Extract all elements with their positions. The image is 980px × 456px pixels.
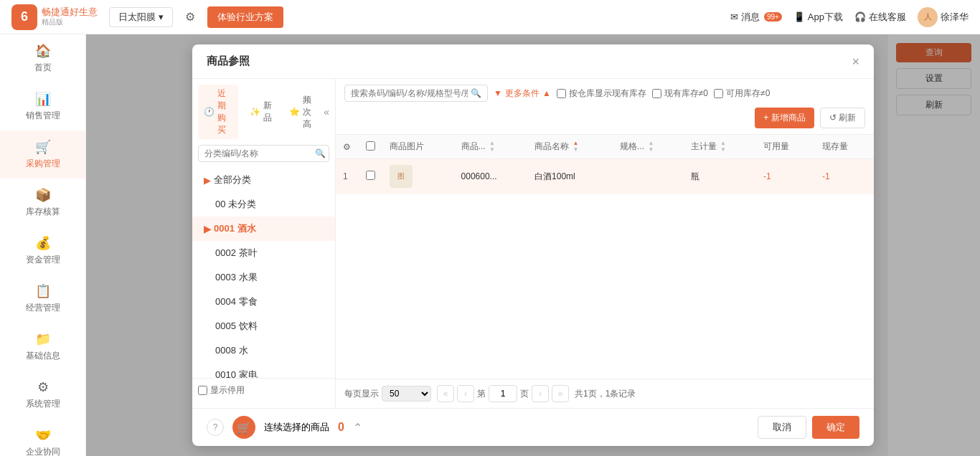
col-settings[interactable]: ⚙ — [336, 135, 359, 159]
by-warehouse-checkbox[interactable] — [557, 89, 566, 98]
purchase-icon: 🛒 — [35, 139, 51, 155]
sidebar-label-enterprise: 企业协同 — [26, 446, 60, 456]
last-page-button[interactable]: » — [552, 385, 569, 402]
cart-button[interactable]: 🛒 — [232, 416, 255, 439]
left-panel: 🕐 近期购买 ✨ 新品 ⭐ 频次高 « — [192, 79, 336, 408]
cancel-button[interactable]: 取消 — [758, 416, 806, 439]
product-search-icon[interactable]: 🔍 — [471, 88, 481, 98]
category-search-icon[interactable]: 🔍 — [315, 148, 326, 158]
footer-buttons: 取消 确定 — [758, 416, 859, 439]
workspace-selector[interactable]: 日太阳膜 ▾ — [109, 7, 173, 27]
col-spec[interactable]: 规格... ▲▼ — [613, 135, 684, 159]
check-available-nonzero[interactable]: 现有库存≠0 — [652, 87, 708, 100]
chevron-down-icon: ▾ — [159, 11, 164, 22]
sidebar-item-inventory[interactable]: 📦 库存核算 — [0, 179, 85, 227]
modal-title: 商品参照 — [207, 54, 250, 68]
available-nonzero-checkbox[interactable] — [652, 89, 661, 98]
expand-active-icon: ▶ — [204, 224, 211, 234]
message-button[interactable]: ✉ 消息 99+ — [730, 11, 782, 24]
online-service-button[interactable]: 🎧 在线客服 — [854, 11, 906, 24]
sidebar-item-finance[interactable]: 💰 资金管理 — [0, 227, 85, 275]
category-item-tea[interactable]: 0002 茶叶 — [192, 241, 335, 265]
refresh-table-button[interactable]: ↺ 刷新 — [820, 108, 865, 128]
category-item-uncategorized[interactable]: 00 未分类 — [192, 192, 335, 217]
page-label: 第 — [477, 388, 486, 400]
main-layout: 🏠 首页 📊 销售管理 🛒 采购管理 📦 库存核算 💰 资金管理 📋 经营管理 … — [0, 34, 980, 456]
category-item-liquor[interactable]: ▶ 0001 酒水 — [192, 217, 335, 241]
sidebar-item-system[interactable]: ⚙ 系统管理 — [0, 371, 85, 419]
sidebar-item-purchase[interactable]: 🛒 采购管理 — [0, 130, 85, 179]
product-table-container: ⚙ 商品图片 商品... ▲▼ — [336, 135, 874, 379]
add-product-button[interactable]: + 新增商品 — [755, 108, 814, 128]
modal-body: 🕐 近期购买 ✨ 新品 ⭐ 频次高 « — [192, 79, 874, 408]
category-item-appliance[interactable]: 0010 家电 — [192, 363, 335, 378]
message-icon: ✉ — [730, 11, 738, 22]
modal-close-button[interactable]: × — [852, 55, 859, 68]
row-stock: -1 — [815, 159, 874, 194]
cart-icon: 🛒 — [237, 421, 251, 434]
sidebar-item-home[interactable]: 🏠 首页 — [0, 34, 85, 82]
select-all-checkbox[interactable] — [366, 141, 375, 151]
more-filters-chevron-icon: ▲ — [542, 88, 551, 98]
col-unit[interactable]: 主计量 ▲▼ — [684, 135, 756, 159]
sidebar-item-basic-info[interactable]: 📁 基础信息 — [0, 323, 85, 371]
logo: 6 畅捷通好生意 精品版 — [11, 4, 98, 30]
sales-icon: 📊 — [35, 91, 51, 107]
col-product-code[interactable]: 商品... ▲▼ — [454, 135, 528, 159]
table-toolbar: 🔍 ▼ 更多条件 ▲ 按仓库显示现有库存 — [336, 79, 874, 135]
footer-collapse-button[interactable]: ⌃ — [353, 421, 362, 434]
table-header-row: ⚙ 商品图片 商品... ▲▼ — [336, 135, 874, 159]
total-info: 共1页，1条记录 — [575, 388, 636, 400]
app-download-button[interactable]: 📱 App下载 — [793, 11, 843, 24]
sidebar-label-inventory: 库存核算 — [26, 206, 60, 218]
sidebar-item-sales[interactable]: 📊 销售管理 — [0, 82, 85, 130]
confirm-button[interactable]: 确定 — [812, 416, 859, 439]
headset-icon: 🎧 — [854, 11, 866, 22]
workspace-label: 日太阳膜 — [118, 11, 156, 24]
check-usable-nonzero[interactable]: 可用库存≠0 — [714, 87, 770, 100]
col-product-img[interactable]: 商品图片 — [382, 135, 454, 159]
usable-nonzero-checkbox[interactable] — [714, 89, 723, 98]
left-panel-collapse-button[interactable]: « — [324, 106, 329, 118]
row-select-checkbox[interactable] — [366, 171, 375, 180]
show-disabled-input[interactable] — [198, 386, 207, 395]
col-product-name[interactable]: 商品名称 ▲▼ — [527, 135, 613, 159]
per-page-select[interactable]: 50 10 20 100 — [382, 386, 431, 402]
product-search-box: 🔍 — [344, 85, 488, 102]
category-search-box: 🔍 — [198, 145, 329, 162]
category-item-beverage[interactable]: 0005 饮料 — [192, 314, 335, 338]
category-item-snack[interactable]: 0004 零食 — [192, 290, 335, 314]
category-item-fruit[interactable]: 0003 水果 — [192, 265, 335, 290]
trial-button[interactable]: 体验行业方案 — [207, 6, 283, 28]
user-profile[interactable]: 人 徐泽华 — [918, 7, 969, 27]
table-row[interactable]: 1 图 000600... 白酒100ml 瓶 — [336, 159, 874, 194]
check-by-warehouse[interactable]: 按仓库显示现有库存 — [557, 87, 646, 100]
more-filters-button[interactable]: ▼ 更多条件 ▲ — [494, 87, 551, 100]
next-page-button[interactable]: › — [532, 385, 549, 402]
tab-recent-purchase[interactable]: 🕐 近期购买 — [198, 85, 238, 139]
star-icon: ⭐ — [289, 107, 300, 117]
new-icon: ✨ — [250, 107, 260, 117]
col-stock: 现存量 — [815, 135, 874, 159]
sidebar-item-operations[interactable]: 📋 经营管理 — [0, 275, 85, 323]
finance-icon: 💰 — [35, 235, 51, 251]
left-panel-bottom: 显示停用 — [192, 378, 335, 402]
mobile-icon: 📱 — [793, 11, 805, 22]
help-button[interactable]: ? — [207, 419, 224, 436]
row-code: 000600... — [454, 159, 528, 194]
category-item-all[interactable]: ▶ 全部分类 — [192, 168, 335, 192]
first-page-button[interactable]: « — [437, 385, 454, 402]
row-checkbox[interactable] — [359, 159, 382, 194]
show-disabled-checkbox[interactable]: 显示停用 — [198, 384, 329, 396]
page-number-input[interactable] — [489, 385, 517, 402]
prev-page-button[interactable]: ‹ — [457, 385, 474, 402]
tab-frequent[interactable]: ⭐ 频次高 — [283, 91, 319, 133]
sidebar-item-enterprise[interactable]: 🤝 企业协同 — [0, 419, 85, 456]
settings-icon[interactable]: ⚙ — [179, 6, 202, 29]
operations-icon: 📋 — [35, 283, 51, 299]
product-search-input[interactable] — [351, 88, 468, 98]
tab-new-products[interactable]: ✨ 新品 — [244, 97, 278, 127]
category-search-input[interactable] — [204, 148, 312, 158]
category-item-water[interactable]: 0008 水 — [192, 338, 335, 363]
pagination-bar: 每页显示 50 10 20 100 « ‹ — [336, 379, 874, 408]
